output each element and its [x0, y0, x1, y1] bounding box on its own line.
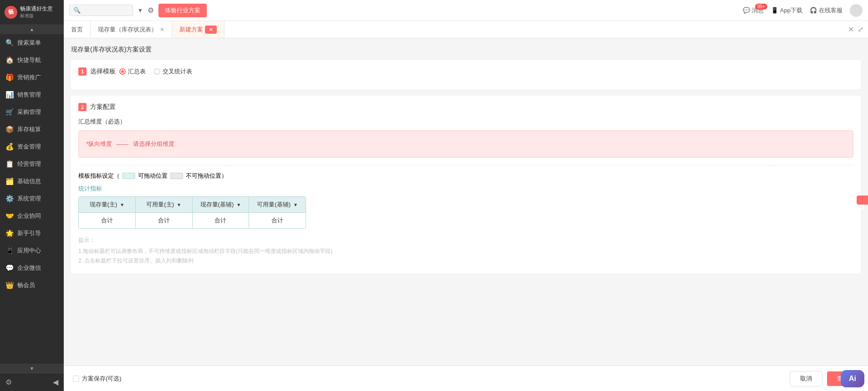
step2-badge: 2 [78, 103, 87, 111]
radio-cross[interactable]: 交叉统计表 [154, 67, 192, 76]
save-checkbox[interactable] [73, 376, 79, 382]
tab-close-inventory_status[interactable]: ✕ [160, 26, 164, 33]
stat-cell-0-0: 合计 [79, 213, 136, 228]
message-badge: 99+ [755, 4, 767, 10]
cancel-button[interactable]: 取消 [790, 371, 822, 386]
close-icon[interactable]: ✕ [848, 25, 854, 34]
collapse-icon[interactable]: ◀ [53, 378, 58, 386]
member-icon: 👑 [5, 281, 14, 289]
expand-icon[interactable]: ⤢ [858, 25, 863, 34]
topbar-messages[interactable]: 💬 消息 99+ [743, 6, 764, 15]
stat-col-header-3[interactable]: 可用量(基辅)▼ [249, 197, 306, 212]
sidebar-item-sales[interactable]: 📊销售管理 [0, 86, 64, 103]
stat-col-header-2[interactable]: 现存量(基辅)▼ [193, 197, 250, 212]
topbar-dropdown-icon[interactable]: ▼ [138, 7, 143, 14]
sidebar-item-finance[interactable]: 💰资金管理 [0, 138, 64, 155]
tab-inventory_status[interactable]: 现存量（库存状况表）✕ [91, 21, 172, 38]
stat-col-header-0[interactable]: 现存量(主)▼ [79, 197, 136, 212]
step2-section: 2 方案配置 汇总维度（必选） *纵向维度 —— 请选择分组维度 模板指标设定（… [71, 96, 861, 273]
tips-section: 提示：1.拖动标题栏可以调整布局，不可跨维度或指标区域拖动栏目字段(只能在同一维… [78, 236, 853, 266]
finance-icon: 💰 [5, 143, 14, 151]
sidebar-scroll-down[interactable]: ▼ [0, 364, 64, 373]
topbar-online-service[interactable]: 🎧 在线客服 [810, 6, 842, 15]
col-header-label: 现存量(基辅) [200, 201, 234, 209]
marketing-icon: 🎁 [5, 73, 14, 82]
col-header-label: 可用量(基辅) [257, 201, 291, 209]
logo-sub: 标准版 [20, 13, 53, 19]
corp-icon: 🤝 [5, 212, 14, 220]
quicknav-icon: 🏠 [5, 56, 14, 64]
message-icon: 💬 [743, 7, 750, 14]
step1-label: 选择模板 [90, 67, 116, 76]
sidebar-item-marketing[interactable]: 🎁营销推广 [0, 69, 64, 86]
main-area: 🔍 ▼ ⚙ 体验行业方案 💬 消息 99+ 📱 App下载 🎧 在线客服 首页现… [64, 0, 868, 391]
search-input[interactable] [83, 7, 120, 14]
legend-fixed-label: 不可拖动位置） [186, 172, 227, 180]
sidebar-logo: 畅 畅康通好生意 标准版 [0, 0, 64, 25]
sidebar-item-inventory[interactable]: 📦库存核算 [0, 121, 64, 138]
sidebar-item-label: 销售管理 [17, 91, 41, 99]
stat-cell-0-2: 合计 [193, 213, 250, 228]
stat-table: 现存量(主)▼可用量(主)▼现存量(基辅)▼可用量(基辅)▼合计合计合计合计 [78, 196, 306, 229]
appstore-icon: 📱 [5, 247, 14, 255]
template-radio-group: 汇总表交叉统计表 [119, 67, 192, 76]
headset-icon: 🎧 [810, 7, 817, 14]
stat-col-header-1[interactable]: 可用量(主)▼ [136, 197, 193, 212]
sidebar-nav: 🔍搜索菜单🏠快捷导航🎁营销推广📊销售管理🛒采购管理📦库存核算💰资金管理📋经营管理… [0, 34, 64, 364]
tab-close-new_plan[interactable]: ✕ [205, 26, 217, 34]
feedback-tab[interactable]: 反馈 [857, 196, 868, 205]
sales-icon: 📊 [5, 91, 14, 99]
save-option-label: 方案保存(可选) [82, 375, 122, 383]
sidebar-scroll-up[interactable]: ▲ [0, 25, 64, 34]
topbar: 🔍 ▼ ⚙ 体验行业方案 💬 消息 99+ 📱 App下载 🎧 在线客服 [64, 0, 868, 21]
sidebar-item-quicknav[interactable]: 🏠快捷导航 [0, 51, 64, 69]
sidebar-item-label: 经营管理 [17, 160, 41, 168]
radio-label-summary: 汇总表 [128, 67, 146, 76]
newbie-icon: 🌟 [5, 229, 14, 237]
tab-home[interactable]: 首页 [64, 21, 91, 38]
sidebar-item-label: 系统管理 [17, 195, 41, 203]
dimension-placeholder: 请选择分组维度 [133, 140, 174, 148]
sort-icon: ▼ [236, 202, 241, 207]
topbar-search-box[interactable]: 🔍 [69, 5, 133, 16]
sidebar-item-wechat[interactable]: 💬企业微信 [0, 259, 64, 277]
sidebar-item-label: 新手引导 [17, 229, 41, 237]
stat-cell-0-1: 合计 [136, 213, 193, 228]
stat-table-header: 现存量(主)▼可用量(主)▼现存量(基辅)▼可用量(基辅)▼ [79, 197, 306, 212]
sidebar-item-search[interactable]: 🔍搜索菜单 [0, 34, 64, 51]
sort-icon: ▼ [293, 202, 298, 207]
sidebar-item-purchase[interactable]: 🛒采购管理 [0, 103, 64, 121]
topbar-app-download[interactable]: 📱 App下载 [771, 6, 802, 15]
user-avatar[interactable] [850, 4, 863, 17]
sidebar-item-basic[interactable]: 🗂️基础信息 [0, 173, 64, 190]
sort-icon: ▼ [177, 202, 181, 207]
sidebar-item-member[interactable]: 👑畅会员 [0, 277, 64, 294]
tips-title: 提示： [78, 236, 853, 246]
sidebar-item-appstore[interactable]: 📱应用中心 [0, 242, 64, 259]
settings-icon[interactable]: ⚙ [5, 378, 12, 386]
main-content: 现存量(库存状况表)方案设置 1 选择模板 汇总表交叉统计表 2 方案配置 汇总… [64, 38, 868, 365]
radio-summary[interactable]: 汇总表 [119, 67, 146, 76]
bottom-bar: 方案保存(可选) 取消 查询 [64, 365, 868, 391]
indicator-setting-row: 模板指标设定（ 可拖动位置 不可拖动位置） [78, 172, 853, 180]
sidebar-item-newbie[interactable]: 🌟新手引导 [0, 225, 64, 242]
tab-label: 首页 [71, 26, 83, 34]
sidebar-item-operation[interactable]: 📋经营管理 [0, 155, 64, 173]
sidebar-item-system[interactable]: ⚙️系统管理 [0, 190, 64, 207]
basic-icon: 🗂️ [5, 177, 14, 185]
search-icon: 🔍 [5, 39, 14, 47]
tip-item-0: 1.拖动标题栏可以调整布局，不可跨维度或指标区域拖动栏目字段(只能在同一维度或指… [78, 247, 853, 257]
experience-btn[interactable]: 体验行业方案 [158, 4, 207, 17]
step1-section: 1 选择模板 汇总表交叉统计表 [71, 60, 861, 89]
step2-header: 2 方案配置 [78, 103, 853, 111]
radio-label-cross: 交叉统计表 [163, 67, 192, 76]
step2-label: 方案配置 [90, 103, 116, 111]
vertical-dimension-label: *纵向维度 [86, 140, 112, 148]
sidebar-item-label: 基础信息 [17, 177, 41, 185]
tab-new_plan[interactable]: 新建方案✕ [172, 21, 225, 38]
ai-widget[interactable]: Ai [841, 370, 864, 387]
topbar-gear-icon[interactable]: ⚙ [148, 6, 154, 15]
vertical-dimension-row: *纵向维度 —— 请选择分组维度 [86, 140, 846, 148]
sidebar-item-corp[interactable]: 🤝企业协同 [0, 207, 64, 225]
sidebar-item-label: 营销推广 [17, 73, 41, 82]
